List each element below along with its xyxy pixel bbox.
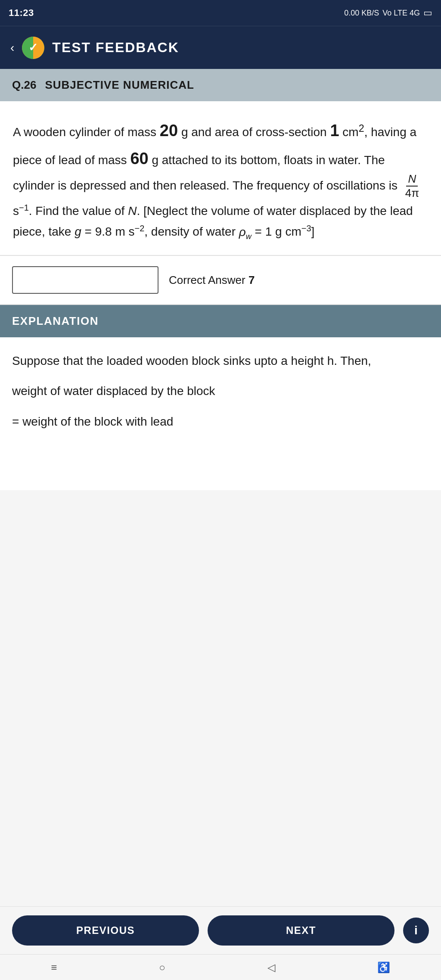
next-button[interactable]: NEXT xyxy=(208,915,394,946)
explanation-header: EXPLANATION xyxy=(0,305,441,337)
explanation-line-1: Suppose that the loaded wooden block sin… xyxy=(12,350,429,432)
logo-checkmark: ✓ xyxy=(28,41,38,54)
explanation-title: EXPLANATION xyxy=(12,314,429,328)
page-title: TEST FEEDBACK xyxy=(52,40,179,56)
question-content: A wooden cylinder of mass 20 g and area … xyxy=(0,101,441,256)
status-bar: 11:23 0.00 KB/S Vo LTE 4G ▭ xyxy=(0,0,441,26)
previous-button[interactable]: PREVIOUS xyxy=(12,915,199,946)
logo-circle: ✓ xyxy=(22,37,44,59)
back-nav-icon[interactable]: ◁ xyxy=(267,961,275,974)
answer-section: Correct Answer 7 xyxy=(0,256,441,305)
question-header: Q.26 SUBJECTIVE NUMERICAL xyxy=(0,69,441,101)
back-button[interactable]: ‹ xyxy=(10,42,14,54)
info-button[interactable]: i xyxy=(403,918,429,943)
accessibility-icon[interactable]: ♿ xyxy=(377,961,390,974)
header: ‹ ✓ TEST FEEDBACK xyxy=(0,26,441,69)
menu-icon[interactable]: ≡ xyxy=(51,961,57,974)
battery-icon: ▭ xyxy=(423,7,432,19)
correct-answer-label: Correct Answer 7 xyxy=(169,274,255,287)
question-text: A wooden cylinder of mass 20 g and area … xyxy=(13,117,428,243)
correct-answer-value: 7 xyxy=(248,274,255,286)
status-right: 0.00 KB/S Vo LTE 4G ▭ xyxy=(344,7,432,19)
question-type: SUBJECTIVE NUMERICAL xyxy=(45,78,194,92)
home-icon[interactable]: ○ xyxy=(159,961,165,974)
app-logo: ✓ xyxy=(22,37,44,59)
system-nav: ≡ ○ ◁ ♿ xyxy=(0,954,441,980)
answer-input-box[interactable] xyxy=(12,266,158,294)
status-time: 11:23 xyxy=(9,7,34,19)
network-speed: 0.00 KB/S xyxy=(344,9,379,18)
bottom-nav: PREVIOUS NEXT i xyxy=(0,906,441,954)
explanation-content: Suppose that the loaded wooden block sin… xyxy=(0,337,441,490)
network-type: Vo LTE 4G xyxy=(382,9,420,18)
question-number: Q.26 xyxy=(12,78,36,92)
